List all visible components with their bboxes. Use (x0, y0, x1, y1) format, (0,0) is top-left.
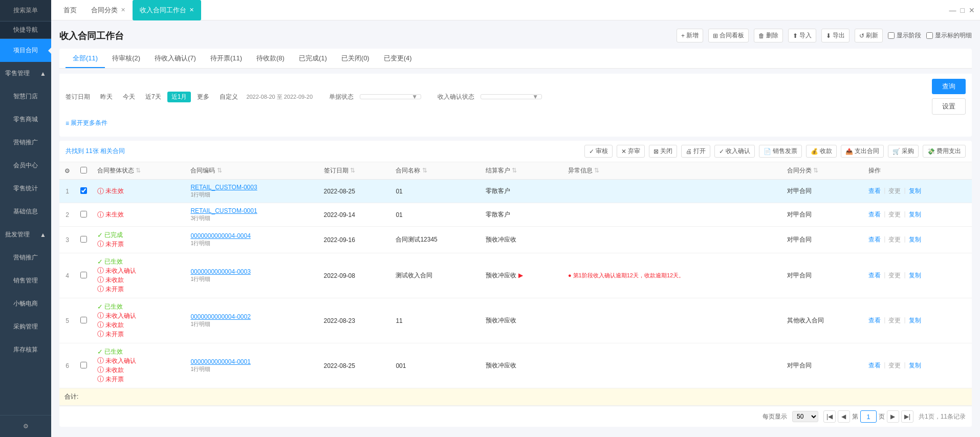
tab-home[interactable]: 首页 (56, 0, 84, 20)
export-button[interactable]: ⬇ 导出 (821, 29, 850, 42)
contract-code-link[interactable]: 0000000000004-0004 (190, 232, 250, 239)
next-page-btn[interactable]: ▶ (887, 410, 899, 423)
date-today[interactable]: 今天 (119, 92, 139, 102)
row-checkbox-cell[interactable] (75, 180, 92, 203)
prev-page-btn[interactable]: ◀ (838, 410, 850, 423)
sidebar-search[interactable]: 搜索菜单 (0, 0, 51, 21)
action-复制[interactable]: 复制 (909, 187, 921, 195)
col-contract-name[interactable]: 合同名称 ⇅ (390, 162, 481, 180)
sidebar-item-sales-mgmt[interactable]: 销售管理 (0, 269, 51, 292)
tab-close-contract-category[interactable]: ✕ (121, 7, 125, 13)
action-复制[interactable]: 复制 (909, 361, 921, 370)
last-page-btn[interactable]: ▶| (901, 410, 913, 423)
action-查看[interactable]: 查看 (868, 210, 881, 219)
row-checkbox-cell[interactable] (75, 203, 92, 227)
sidebar-item-retail-mall[interactable]: 零售商城 (0, 108, 51, 131)
kanban-button[interactable]: ⊞ 合同看板 (708, 29, 749, 42)
contract-code-link[interactable]: RETAIL_CUSTOM-0001 (190, 207, 257, 214)
sidebar-item-project[interactable]: 项目合同 (0, 39, 51, 62)
action-查看[interactable]: 查看 (868, 235, 881, 244)
action-变更[interactable]: 变更 (888, 361, 901, 370)
income-confirm-select[interactable]: ▼ (481, 94, 542, 99)
window-close[interactable]: ✕ (969, 6, 975, 14)
sidebar-item-smart-shop[interactable]: 智慧门店 (0, 85, 51, 108)
action-变更[interactable]: 变更 (888, 271, 901, 280)
abandon-btn[interactable]: ✕ 弃审 (617, 145, 645, 158)
filter-tab-completed[interactable]: 已完成(1) (292, 49, 334, 68)
filter-tab-changed[interactable]: 已变更(4) (377, 49, 419, 68)
filter-tab-pending-payment[interactable]: 待收款(8) (249, 49, 292, 68)
col-contract-type[interactable]: 合同分类 ⇅ (782, 162, 863, 180)
col-settings[interactable]: ⚙ (59, 162, 75, 180)
tab-contract-category[interactable]: 合同分类 ✕ (84, 0, 133, 20)
window-minimize[interactable]: — (949, 6, 956, 14)
row-checkbox-cell[interactable] (75, 253, 92, 298)
show-detail-checkbox[interactable]: 显示标的明细 (926, 31, 972, 40)
new-button[interactable]: + 新增 (677, 29, 703, 42)
expense-out-btn[interactable]: 📤 支出合同 (841, 145, 884, 158)
action-查看[interactable]: 查看 (868, 187, 881, 195)
action-查看[interactable]: 查看 (868, 361, 881, 370)
tab-close-income-contract[interactable]: ✕ (189, 7, 194, 13)
refresh-button[interactable]: ↺ 刷新 (855, 29, 883, 42)
col-customer[interactable]: 结算客户 ⇅ (481, 162, 563, 180)
expand-conditions[interactable]: ≡ 展开更多条件 (66, 119, 107, 127)
sidebar-item-marketing[interactable]: 营销推广 (0, 131, 51, 154)
action-复制[interactable]: 复制 (909, 235, 921, 244)
doc-status-select[interactable]: ▼ (360, 94, 421, 99)
print-btn[interactable]: 🖨 打开 (681, 145, 710, 158)
action-变更[interactable]: 变更 (888, 210, 901, 219)
filter-tab-closed[interactable]: 已关闭(0) (334, 49, 377, 68)
row-checkbox-cell[interactable] (75, 227, 92, 253)
filter-tab-all[interactable]: 全部(11) (66, 49, 105, 68)
sidebar-item-marketing2[interactable]: 营销推广 (0, 246, 51, 269)
sidebar-item-basic-info[interactable]: 基础信息 (0, 200, 51, 223)
filter-tab-pending-invoice[interactable]: 待开票(11) (203, 49, 249, 68)
col-sign-date[interactable]: 签订日期 ⇅ (319, 162, 391, 180)
action-查看[interactable]: 查看 (868, 271, 881, 280)
action-复制[interactable]: 复制 (909, 210, 921, 219)
filter-tab-pending-review[interactable]: 待审核(2) (105, 49, 147, 68)
delete-button[interactable]: 🗑 删除 (754, 29, 783, 42)
filter-tab-pending-income[interactable]: 待收入确认(7) (147, 49, 203, 68)
tab-income-contract[interactable]: 收入合同工作台 ✕ (133, 0, 201, 20)
col-checkbox[interactable] (75, 162, 92, 180)
first-page-btn[interactable]: |◀ (823, 410, 836, 423)
cost-out-btn[interactable]: 💸 费用支出 (923, 145, 966, 158)
col-contract-status[interactable]: 合同整体状态 ⇅ (92, 162, 185, 180)
date-more[interactable]: 更多 (193, 92, 213, 102)
sidebar-item-xiaocc[interactable]: 小畅电商 (0, 292, 51, 315)
date-last1month[interactable]: 近1月 (167, 92, 191, 102)
contract-code-link[interactable]: RETAIL_CUSTOM-0003 (190, 184, 257, 191)
collect-btn[interactable]: 💰 收款 (806, 145, 837, 158)
row-checkbox-cell[interactable] (75, 298, 92, 343)
sidebar-gear-button[interactable]: ⚙ (0, 415, 51, 437)
action-变更[interactable]: 变更 (888, 235, 901, 244)
sales-invoice-btn[interactable]: 📄 销售发票 (759, 145, 802, 158)
sidebar-item-retail-mgmt[interactable]: 零售管理 ▲ (0, 62, 51, 85)
action-变更[interactable]: 变更 (888, 316, 901, 325)
sidebar-item-wholesale-mgmt[interactable]: 批发管理 ▲ (0, 223, 51, 246)
contract-code-link[interactable]: 0000000000004-0001 (190, 358, 250, 365)
date-yesterday[interactable]: 昨天 (96, 92, 117, 102)
action-复制[interactable]: 复制 (909, 316, 921, 325)
show-segment-checkbox[interactable]: 显示阶段 (888, 31, 921, 40)
sidebar-item-retail-stats[interactable]: 零售统计 (0, 177, 51, 200)
action-复制[interactable]: 复制 (909, 271, 921, 280)
action-查看[interactable]: 查看 (868, 316, 881, 325)
income-confirm-btn[interactable]: ✓ 收入确认 (714, 145, 755, 158)
current-page-input[interactable] (860, 410, 877, 423)
contract-code-link[interactable]: 0000000000004-0002 (190, 313, 250, 320)
close-btn[interactable]: ⊠ 关闭 (649, 145, 677, 158)
col-contract-code[interactable]: 合同编码 ⇅ (185, 162, 318, 180)
action-变更[interactable]: 变更 (888, 187, 901, 195)
col-error-info[interactable]: 异常信息 ⇅ (563, 162, 782, 180)
row-checkbox-cell[interactable] (75, 343, 92, 388)
purchase-btn[interactable]: 🛒 采购 (888, 145, 919, 158)
query-button[interactable]: 查询 (932, 79, 966, 94)
sidebar-quick-nav[interactable]: 快捷导航 (0, 21, 51, 39)
date-last7[interactable]: 近7天 (141, 92, 165, 102)
import-button[interactable]: ⬆ 导入 (788, 29, 816, 42)
review-btn[interactable]: ✓ 审核 (584, 145, 613, 158)
sidebar-item-inventory[interactable]: 库存核算 (0, 338, 51, 361)
